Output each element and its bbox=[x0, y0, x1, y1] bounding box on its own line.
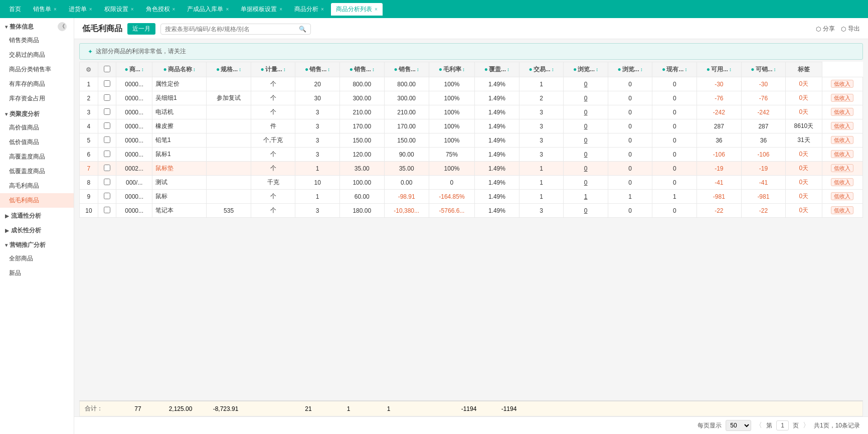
col-trade[interactable]: ●交易...↕ bbox=[519, 62, 564, 77]
next-page-btn[interactable]: 〉 bbox=[803, 421, 810, 430]
sidebar-item-high-value[interactable]: 高价值商品 bbox=[0, 120, 74, 135]
row-checkbox[interactable] bbox=[104, 151, 110, 157]
sidebar-item-all-goods[interactable]: 全部商品 bbox=[0, 251, 74, 266]
row-checkbox[interactable] bbox=[104, 108, 110, 115]
col-browse1[interactable]: ●浏览...↕ bbox=[564, 62, 608, 77]
col-name[interactable]: ●商品名称↕ bbox=[152, 62, 207, 77]
row-coverage: 3 bbox=[519, 119, 564, 133]
export-button[interactable]: ⬡ 导出 bbox=[841, 25, 860, 33]
row-checkbox[interactable] bbox=[104, 80, 110, 87]
nav-close-sales[interactable]: × bbox=[54, 7, 57, 12]
trade-link[interactable]: 0 bbox=[584, 81, 588, 88]
sidebar-item-traded-goods[interactable]: 交易过的商品 bbox=[0, 48, 74, 62]
nav-close-purchase[interactable]: × bbox=[89, 7, 92, 12]
sidebar-item-sales-goods[interactable]: 销售类商品 bbox=[0, 33, 74, 48]
nav-purchase[interactable]: 进货单 × bbox=[64, 3, 97, 16]
row-trade: 0 bbox=[564, 148, 608, 162]
header-actions: ⬡ 分享 ⬡ 导出 bbox=[816, 25, 860, 33]
row-price: 35.00 bbox=[340, 162, 385, 176]
sidebar-group-growth[interactable]: ▶ 成长性分析 bbox=[0, 222, 74, 237]
nav-close-permissions[interactable]: × bbox=[131, 7, 134, 12]
nav-close-roles[interactable]: × bbox=[172, 7, 176, 12]
sidebar-item-category-rate[interactable]: 商品分类销售率 bbox=[0, 62, 74, 77]
row-checkbox[interactable] bbox=[104, 122, 110, 129]
trade-link[interactable]: 0 bbox=[584, 95, 588, 102]
col-spec[interactable]: ●规格...↕ bbox=[207, 62, 251, 77]
search-input[interactable] bbox=[165, 26, 299, 33]
sidebar-item-high-coverage[interactable]: 高覆盖度商品 bbox=[0, 150, 74, 164]
col-gross[interactable]: ●毛利率↕ bbox=[429, 62, 474, 77]
nav-close-template[interactable]: × bbox=[279, 7, 282, 12]
nav-close-inbound[interactable]: × bbox=[226, 7, 229, 12]
row-browse1: 0 bbox=[608, 133, 652, 148]
nav-template[interactable]: 单据模板设置 × bbox=[236, 3, 287, 16]
row-qty: 3 bbox=[295, 119, 340, 133]
col-qty[interactable]: ●销售...↕ bbox=[295, 62, 340, 77]
nav-permissions[interactable]: 权限设置 × bbox=[99, 3, 139, 16]
row-checkbox[interactable] bbox=[104, 165, 110, 171]
col-code[interactable]: ●商...↕ bbox=[116, 62, 152, 77]
trade-link[interactable]: 0 bbox=[584, 123, 588, 130]
nav-close-analysis-list[interactable]: × bbox=[375, 7, 378, 12]
select-all-checkbox[interactable] bbox=[104, 66, 110, 72]
nav-home[interactable]: 首页 bbox=[4, 3, 26, 16]
trade-link[interactable]: 0 bbox=[584, 109, 588, 116]
sidebar-item-capital[interactable]: 库存资金占用 bbox=[0, 91, 74, 106]
share-button[interactable]: ⬡ 分享 bbox=[816, 25, 835, 33]
row-coverage: 2 bbox=[519, 91, 564, 105]
row-stock: -30 bbox=[697, 77, 742, 91]
sidebar-collapse-btn[interactable]: 《 bbox=[58, 22, 67, 31]
current-page[interactable]: 1 bbox=[776, 420, 789, 430]
sidebar-item-high-margin[interactable]: 高毛利商品 bbox=[0, 179, 74, 193]
row-num: 8 bbox=[80, 176, 98, 190]
row-checkbox[interactable] bbox=[104, 136, 110, 143]
trade-link[interactable]: 0 bbox=[584, 179, 588, 186]
col-days[interactable]: ●可销...↕ bbox=[741, 62, 786, 77]
sidebar-item-low-value[interactable]: 低价值商品 bbox=[0, 135, 74, 150]
row-checkbox[interactable] bbox=[104, 207, 110, 213]
trade-link[interactable]: 0 bbox=[584, 165, 588, 172]
row-trade: 0 bbox=[564, 162, 608, 176]
col-browse2[interactable]: ●浏览...↕ bbox=[608, 62, 652, 77]
sidebar-item-new-goods[interactable]: 新品 bbox=[0, 266, 74, 280]
nav-analysis-list[interactable]: 商品分析列表 × bbox=[331, 3, 383, 16]
sidebar-group-overall[interactable]: ▾ 整体信息 《 bbox=[0, 18, 74, 33]
row-code: 0000... bbox=[116, 204, 152, 218]
trade-link[interactable]: 0 bbox=[584, 207, 588, 214]
prev-page-btn[interactable]: 〈 bbox=[755, 421, 762, 430]
nav-roles[interactable]: 角色授权 × bbox=[141, 3, 181, 16]
trade-link[interactable]: 0 bbox=[584, 151, 588, 158]
col-price[interactable]: ●销售...↕ bbox=[340, 62, 385, 77]
nav-close-analysis[interactable]: × bbox=[321, 7, 324, 12]
per-page-select[interactable]: 50 100 200 bbox=[726, 420, 751, 431]
sidebar-group-cluster[interactable]: ▾ 类聚度分析 bbox=[0, 106, 74, 120]
col-coverage[interactable]: ●覆盖...↕ bbox=[475, 62, 519, 77]
row-checkbox[interactable] bbox=[104, 193, 110, 199]
col-avail[interactable]: ●可用...↕ bbox=[697, 62, 742, 77]
row-profit: 100% bbox=[429, 119, 474, 133]
nav-analysis[interactable]: 商品分析 × bbox=[289, 3, 329, 16]
sidebar-group-marketing[interactable]: ▾ 营销推广分析 bbox=[0, 237, 74, 251]
nav-inbound[interactable]: 产成品入库单 × bbox=[182, 3, 234, 16]
col-stock[interactable]: ●现有...↕ bbox=[652, 62, 697, 77]
row-checkbox[interactable] bbox=[104, 94, 110, 101]
row-browse1: 0 bbox=[608, 91, 652, 105]
sidebar-group-flow[interactable]: ▶ 流通性分析 bbox=[0, 208, 74, 222]
nav-sales[interactable]: 销售单 × bbox=[28, 3, 62, 16]
filter-button[interactable]: 近一月 bbox=[127, 23, 155, 35]
row-coverage: 3 bbox=[519, 204, 564, 218]
sidebar-item-low-margin[interactable]: 低毛利商品 bbox=[0, 193, 74, 208]
search-icon[interactable]: 🔍 bbox=[299, 26, 306, 33]
sidebar-item-low-coverage[interactable]: 低覆盖度商品 bbox=[0, 164, 74, 179]
trade-link[interactable]: 1 bbox=[584, 193, 588, 200]
col-sales[interactable]: ●销售...↕ bbox=[384, 62, 429, 77]
row-days: 0天 bbox=[786, 190, 822, 204]
trade-link[interactable]: 0 bbox=[584, 137, 588, 144]
col-unit[interactable]: ●计量...↕ bbox=[251, 62, 295, 77]
row-sales: 210.00 bbox=[384, 105, 429, 119]
row-checkbox[interactable] bbox=[104, 179, 110, 185]
row-spec bbox=[207, 190, 251, 204]
sidebar-item-stock-goods[interactable]: 有库存的商品 bbox=[0, 77, 74, 91]
col-settings[interactable]: ⚙ bbox=[80, 62, 98, 77]
export-icon: ⬡ bbox=[841, 26, 846, 33]
